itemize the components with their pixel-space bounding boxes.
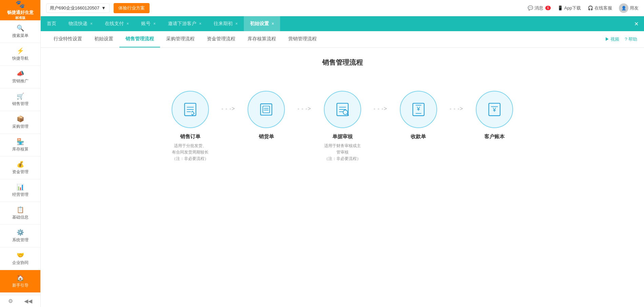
flow-arrow-3: - - -> [374,91,387,112]
help-link[interactable]: ? 帮助 [625,36,637,42]
navtab-close-2[interactable]: × [126,21,129,26]
navtab-3[interactable]: 账号× [135,16,162,31]
sidebar-item-enterprise-collab[interactable]: 🤝企业协同 [0,247,40,270]
page-title: 销售管理流程 [54,58,630,67]
video-icon: ▶ [605,37,609,42]
page-content-area: 销售管理流程 销售订单适用于分批发货、有合同发货周期较长（注：非必要流程）- -… [41,48,644,307]
navtab-label-2: 在线支付 [105,21,124,27]
navtab-label-4: 邀请下游客户 [168,21,196,27]
nav-tabs-close[interactable]: ✕ [629,21,644,27]
sidebar-icon-marketing-promo: 📣 [17,70,24,77]
company-selector[interactable]: 用户690企业1660120507 ▼ [46,3,110,13]
sidebar-label-marketing-promo: 营销推广 [12,78,28,84]
sidebar-item-basic-info[interactable]: 📋基础信息 [0,202,40,225]
navtab-close-6[interactable]: × [272,21,274,26]
content-tab-0[interactable]: 行业特性设置 [47,31,88,47]
sidebar-item-purchase[interactable]: 📦采购管理 [0,111,40,134]
navtab-close-1[interactable]: × [90,21,93,26]
flow-diagram: 销售订单适用于分批发货、有合同发货周期较长（注：非必要流程）- - -> 销货单… [54,84,630,169]
main-content: 用户690企业1660120507 ▼ 体验行业方案 💬 消息 6 📱 App下… [41,0,644,307]
navtab-5[interactable]: 往来期初× [208,16,244,31]
navtab-6[interactable]: 初始设置× [244,16,280,31]
sidebar-label-system: 系统管理 [12,237,28,243]
content-tab-5[interactable]: 库存核算流程 [241,31,282,47]
dropdown-icon: ▼ [101,5,106,11]
sidebar-item-operations[interactable]: 📊经营管理 [0,179,40,202]
flow-step-name-2: 单据审核 [332,134,353,140]
headset-icon: 🎧 [588,5,593,11]
flow-step-4: ¥ 客户账本 [464,91,525,143]
download-icon: 📱 [558,5,563,11]
navtab-close-4[interactable]: × [199,21,201,26]
user-label: 用友 [630,5,639,11]
navtab-4[interactable]: 邀请下游客户× [162,16,208,31]
flow-arrow-1: - - -> [221,91,235,112]
message-badge: 6 [545,6,551,10]
sidebar-label-search: 搜索菜单 [12,33,28,39]
svg-rect-5 [263,106,270,113]
sidebar-item-system[interactable]: ⚙️系统管理 [0,225,40,247]
app-logo: 🐾 畅捷通好生意 标准版 [0,0,40,20]
sidebar-icon-purchase: 📦 [17,115,24,123]
navtab-2[interactable]: 在线支付× [99,16,135,31]
content-tab-2[interactable]: 销售管理流程 [119,31,160,47]
flow-circle-1[interactable] [248,91,285,128]
sidebar-label-quick: 快捷导航 [12,56,28,61]
app-download-label: App下载 [564,5,581,11]
sidebar-item-sales[interactable]: 🛒销售管理 [0,88,40,111]
sidebar-menu: 🔍搜索菜单⚡快捷导航📣营销推广🛒销售管理📦采购管理🏪库存核算💰资金管理📊经营管理… [0,20,40,295]
navtab-label-5: 往来期初 [214,21,233,27]
sidebar-item-inventory[interactable]: 🏪库存核算 [0,134,40,157]
sidebar: 🐾 畅捷通好生意 标准版 🔍搜索菜单⚡快捷导航📣营销推广🛒销售管理📦采购管理🏪库… [0,0,41,307]
flow-circle-4[interactable]: ¥ [476,91,513,128]
flow-arrow-2: - - -> [297,91,311,112]
content-tabs-bar: 行业特性设置初始设置销售管理流程采购管理流程资金管理流程库存核算流程营销管理流程… [41,31,644,48]
sidebar-label-purchase: 采购管理 [12,124,28,129]
sidebar-icon-enterprise-collab: 🤝 [17,251,24,259]
flow-step-name-4: 客户账本 [484,134,505,140]
sidebar-icon-finance: 💰 [17,161,24,168]
navtab-1[interactable]: 物流快递× [62,16,99,31]
navtab-close-3[interactable]: × [153,21,156,26]
trial-button[interactable]: 体验行业方案 [114,3,150,13]
flow-circle-2[interactable] [324,91,361,128]
sidebar-label-sales: 销售管理 [12,101,28,107]
content-tabs-actions: ▶ 视频 ? 帮助 [605,36,637,42]
collapse-icon[interactable]: ◀◀ [24,298,32,304]
content-tab-1[interactable]: 初始设置 [88,31,119,47]
sidebar-item-marketing-promo[interactable]: 📣营销推广 [0,66,40,88]
sidebar-icon-operations: 📊 [17,183,24,191]
sidebar-icon-newbie: 🏠 [17,274,24,282]
sidebar-item-newbie[interactable]: 🏠新手引导 [0,270,40,293]
sidebar-item-quick[interactable]: ⚡快捷导航 [0,43,40,66]
online-service-button[interactable]: 🎧 在线客服 [588,5,612,11]
content-tab-4[interactable]: 资金管理流程 [201,31,241,47]
navtab-0[interactable]: 首页 [41,16,62,31]
sidebar-icon-search: 🔍 [17,24,24,32]
video-link[interactable]: ▶ 视频 [605,36,620,42]
flow-circle-3[interactable]: ¥ [400,91,437,128]
flow-step-desc-2: 适用于财务审核或主管审核（注：非必要流程） [324,143,361,162]
content-tab-6[interactable]: 营销管理流程 [282,31,323,47]
sidebar-label-newbie: 新手引导 [12,283,28,288]
app-download-button[interactable]: 📱 App下载 [558,5,581,11]
svg-rect-4 [261,104,272,115]
flow-step-1: 销货单 [236,91,297,143]
avatar: 👤 [619,3,628,13]
sidebar-item-search[interactable]: 🔍搜索菜单 [0,20,40,43]
sidebar-label-finance: 资金管理 [12,169,28,175]
flow-circle-0[interactable] [172,91,209,128]
settings-icon[interactable]: ⚙ [8,298,13,304]
sidebar-icon-system: ⚙️ [17,229,24,236]
message-button[interactable]: 💬 消息 6 [528,5,551,11]
user-menu-button[interactable]: 👤 用友 [619,3,639,13]
help-icon: ? [625,37,627,42]
flow-step-2: 单据审核适用于财务审核或主管审核（注：非必要流程） [312,91,373,162]
topbar: 用户690企业1660120507 ▼ 体验行业方案 💬 消息 6 📱 App下… [41,0,644,16]
svg-point-12 [343,110,347,115]
sidebar-item-finance[interactable]: 💰资金管理 [0,157,40,179]
sidebar-icon-inventory: 🏪 [17,138,24,145]
content-tab-3[interactable]: 采购管理流程 [160,31,201,47]
navtab-close-5[interactable]: × [235,21,238,26]
message-label: 消息 [534,5,543,11]
